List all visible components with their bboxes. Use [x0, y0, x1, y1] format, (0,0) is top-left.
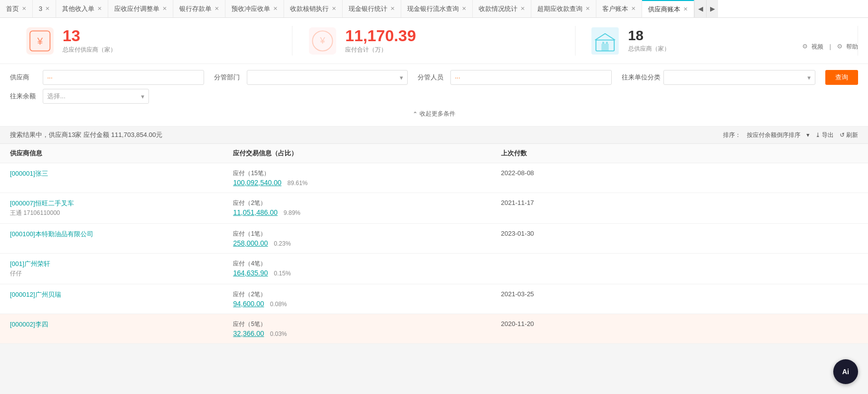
header-payable-info: 应付交易信息（占比）: [233, 149, 501, 158]
tab-navigation[interactable]: 首页 ✕ 3 ✕ 其他收入单 ✕ 应收应付调整单 ✕ 银行存款单 ✕ 预收冲应收…: [0, 0, 868, 18]
svg-text:¥: ¥: [36, 35, 43, 46]
result-text: 搜索结果中，供应商13家 应付金额 111,703,854.00元: [10, 131, 162, 139]
summary-card-total-suppliers: 18 总供应商（家）: [576, 26, 858, 56]
supplier-input[interactable]: ...: [43, 70, 204, 85]
filter-supplier: 供应商 ...: [10, 70, 204, 85]
summary-text-payable-total: 11,170.39 应付合计（万）: [345, 27, 416, 54]
sort-arrow-icon[interactable]: ▾: [806, 131, 809, 138]
supplier-link-6[interactable]: [000002]李四: [10, 321, 48, 328]
tab-nav-prev[interactable]: ◀: [694, 0, 706, 18]
tab-cash-bank-stats[interactable]: 现金银行统计 ✕: [343, 0, 401, 18]
dept-select[interactable]: ▾: [247, 70, 408, 85]
help-icon: ⊙: [837, 43, 842, 51]
supplier-link-4[interactable]: [001]广州荣轩: [10, 260, 50, 267]
summary-card-payable-suppliers: ¥ 13 总应付供应商（家）: [10, 26, 292, 56]
dept-filter-label: 分管部门: [214, 73, 244, 82]
payable-amount-3[interactable]: 258,000.00: [233, 239, 268, 247]
refresh-label: 刷新: [846, 131, 858, 139]
supplier-col-5: [000012]广州贝瑞: [10, 290, 233, 299]
last-pay-date-6: 2020-11-20: [501, 320, 534, 328]
filter-person: 分管人员 ...: [418, 70, 612, 85]
header-supplier-info: 供应商信息: [10, 149, 233, 158]
supplier-col-2: [000007]恒旺二手叉车 王通 17106110000: [10, 199, 233, 217]
tab-close-collection-stats[interactable]: ✕: [520, 5, 525, 12]
tab-close-home[interactable]: ✕: [22, 5, 26, 12]
tab-collection-verify[interactable]: 收款核销执行 ✕: [284, 0, 343, 18]
supplier-link-5[interactable]: [000012]广州贝瑞: [10, 291, 61, 298]
tab-nav-next[interactable]: ▶: [706, 0, 718, 18]
tab-close-bank-deposit[interactable]: ✕: [215, 5, 219, 12]
tab-customer-account[interactable]: 客户账本 ✕: [596, 0, 642, 18]
supplier-link-3[interactable]: [000100]本特勤油品有限公司: [10, 230, 93, 238]
payable-percent-5: 0.08%: [270, 301, 287, 308]
balance-filter-label: 往来余额: [10, 92, 40, 101]
payable-row-1: 100,092,540.00 89.61%: [233, 179, 501, 187]
supplier-link-2[interactable]: [000007]恒旺二手叉车: [10, 199, 74, 207]
payable-amount-1[interactable]: 100,092,540.00: [233, 179, 281, 187]
table-row: [000002]李四 应付（5笔） 32,366.00 0.03% 2020-1…: [0, 314, 868, 344]
person-input[interactable]: ...: [450, 70, 612, 85]
tab-close-other-income[interactable]: ✕: [97, 5, 102, 12]
supplier-col-6: [000002]李四: [10, 320, 233, 329]
table-row: [001]广州荣轩 仔仔 应付（4笔） 164,635.90 0.15%: [0, 254, 868, 284]
filter-unit-class: 往来单位分类 ▾: [622, 70, 816, 85]
refresh-icon: ↺: [840, 131, 845, 138]
supplier-sub-4: 仔仔: [10, 269, 233, 278]
tab-t3[interactable]: 3 ✕: [33, 0, 56, 18]
payable-count-4: 应付（4笔）: [233, 260, 501, 268]
export-label: 导出: [822, 131, 834, 139]
payable-row-5: 94,600.00 0.08%: [233, 300, 501, 308]
payable-total-num: 11,170.39: [345, 27, 416, 45]
table-row: [000007]恒旺二手叉车 王通 17106110000 应付（2笔） 11,…: [0, 193, 868, 224]
payable-amount-4[interactable]: 164,635.90: [233, 269, 268, 277]
unit-class-select[interactable]: ▾: [663, 70, 816, 85]
payable-col-2: 应付（2笔） 11,051,486.00 9.89%: [233, 199, 501, 216]
payable-suppliers-icon: ¥: [25, 26, 55, 56]
table-row: [000100]本特勤油品有限公司 应付（1笔） 258,000.00 0.23…: [0, 224, 868, 254]
last-pay-date-2: 2021-11-17: [501, 199, 534, 206]
export-button[interactable]: ⤓ 导出: [815, 131, 834, 139]
header-extra: [679, 149, 858, 158]
filter-row-2: 往来余额 选择... ▾: [10, 89, 858, 104]
tab-overdue-collection[interactable]: 超期应收款查询 ✕: [531, 0, 596, 18]
payable-amount-6[interactable]: 32,366.00: [233, 329, 264, 337]
tab-close-supplier-account[interactable]: ✕: [683, 6, 688, 12]
payable-amount-2[interactable]: 11,051,486.00: [233, 208, 278, 216]
export-icon: ⤓: [815, 131, 820, 138]
last-pay-date-1: 2022-08-08: [501, 169, 534, 177]
balance-select[interactable]: 选择... ▾: [43, 89, 149, 104]
tab-advance-collection[interactable]: 预收冲应收单 ✕: [225, 0, 284, 18]
sort-value[interactable]: 按应付余额倒序排序: [747, 131, 800, 139]
video-label[interactable]: 视频: [811, 43, 823, 51]
refresh-button[interactable]: ↺ 刷新: [840, 131, 858, 139]
tab-close-customer-account[interactable]: ✕: [631, 5, 636, 12]
tab-close-cash-bank-flow[interactable]: ✕: [462, 5, 466, 12]
tab-close-cash-bank-stats[interactable]: ✕: [390, 5, 395, 12]
tab-supplier-account[interactable]: 供应商账本 ✕: [642, 0, 694, 18]
tab-cash-bank-flow[interactable]: 现金银行流水查询 ✕: [401, 0, 473, 18]
summary-card-payable-total: ¥ 11,170.39 应付合计（万）: [292, 26, 575, 56]
tab-home[interactable]: 首页 ✕: [0, 0, 33, 18]
table-row: [000012]广州贝瑞 应付（2笔） 94,600.00 0.08% 2021…: [0, 284, 868, 314]
tab-close-collection-verify[interactable]: ✕: [332, 5, 336, 12]
query-button[interactable]: 查询: [825, 70, 858, 85]
supplier-table: 供应商信息 应付交易信息（占比） 上次付数 [000001]张三 应付（15笔）…: [0, 144, 868, 344]
header-last-pay: 上次付数: [501, 149, 680, 158]
table-header: 供应商信息 应付交易信息（占比） 上次付数: [0, 144, 868, 163]
collapse-button[interactable]: ⌃ 收起更多条件: [413, 108, 455, 120]
tab-close-advance-collection[interactable]: ✕: [273, 5, 278, 12]
tab-other-income[interactable]: 其他收入单 ✕: [56, 0, 108, 18]
tab-close-t3[interactable]: ✕: [45, 5, 50, 12]
collapse-up-icon: ⌃: [413, 111, 418, 118]
tab-ap-adjust[interactable]: 应收应付调整单 ✕: [108, 0, 173, 18]
tab-close-overdue-collection[interactable]: ✕: [585, 5, 590, 12]
payable-amount-5[interactable]: 94,600.00: [233, 300, 264, 308]
tab-collection-stats[interactable]: 收款情况统计 ✕: [473, 0, 531, 18]
dept-select-arrow: ▾: [400, 74, 403, 81]
tab-close-ap-adjust[interactable]: ✕: [162, 5, 167, 12]
supplier-link-1[interactable]: [000001]张三: [10, 170, 48, 177]
help-label[interactable]: 帮助: [846, 43, 858, 51]
payable-col-4: 应付（4笔） 164,635.90 0.15%: [233, 260, 501, 277]
tab-bank-deposit[interactable]: 银行存款单 ✕: [173, 0, 225, 18]
last-pay-date-3: 2023-01-30: [501, 230, 534, 237]
